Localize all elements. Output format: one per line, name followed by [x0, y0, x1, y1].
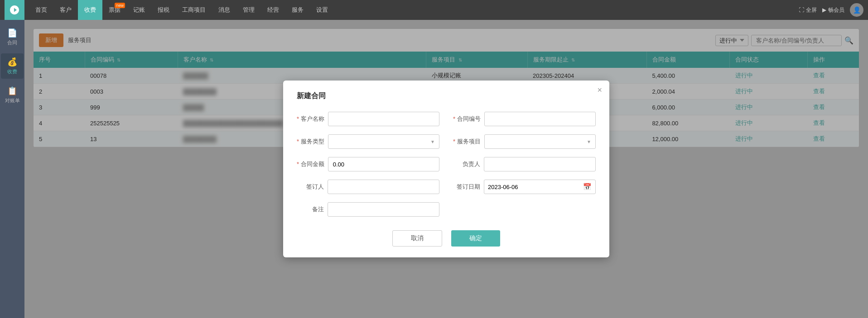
field-signer: 签订人 [297, 180, 439, 194]
form-row-5: 备注 [297, 202, 596, 217]
new-contract-modal: × 新建合同 客户名称 合同编号 服务类型 [283, 81, 609, 257]
form-row-3: 合同金额 负责人 [297, 157, 596, 171]
remark-label: 备注 [297, 205, 324, 214]
modal-overlay: × 新建合同 客户名称 合同编号 服务类型 [24, 20, 868, 318]
contract-amount-label: 合同金额 [297, 160, 324, 168]
contract-no-label: 合同编号 [453, 115, 481, 123]
field-remark: 备注 [297, 202, 439, 217]
service-item-wrapper [484, 134, 596, 149]
nav-billing[interactable]: 收费 [78, 0, 102, 20]
new-badge: new [115, 3, 125, 8]
nav-right-actions: ⛶ 全屏 ▶ 畅会员 👤 [799, 3, 863, 17]
field-service-type: 服务类型 [297, 134, 439, 149]
contract-amount-input[interactable] [328, 157, 439, 171]
sidebar: 📄 合同 💰 收费 📋 对账单 [0, 20, 24, 318]
customer-name-label: 客户名称 [297, 115, 324, 123]
sign-date-wrapper: 📅 [484, 180, 596, 194]
nav-business[interactable]: 工商项目 [176, 0, 212, 20]
nav-tax[interactable]: 报税 [151, 0, 176, 20]
responsible-label: 负责人 [453, 160, 480, 168]
fullscreen-button[interactable]: ⛶ 全屏 [799, 6, 817, 14]
service-type-wrapper [328, 134, 439, 149]
service-item-select[interactable] [484, 134, 596, 149]
customer-name-input[interactable] [328, 112, 439, 126]
service-item-label: 服务项目 [453, 138, 481, 146]
modal-close-button[interactable]: × [597, 86, 602, 94]
contract-icon: 📄 [7, 28, 17, 38]
top-navigation: 首页 客户 收费 票据 new 记账 报税 工商项目 消息 管理 经营 服务 设… [0, 0, 868, 20]
nav-home[interactable]: 首页 [29, 0, 53, 20]
service-type-select[interactable] [328, 134, 439, 149]
form-row-4: 签订人 签订日期 📅 [297, 180, 596, 194]
form-row-2: 服务类型 服务项目 [297, 134, 596, 149]
nav-settings[interactable]: 设置 [310, 0, 334, 20]
field-service-item: 服务项目 [453, 134, 596, 149]
content-area: 新增 服务项目 进行中 已完成 已终止 全部 🔍 序号 [24, 20, 868, 318]
fullscreen-icon: ⛶ [799, 7, 804, 13]
nav-accounting[interactable]: 记账 [127, 0, 151, 20]
sidebar-item-contract[interactable]: 📄 合同 [1, 24, 24, 50]
service-type-label: 服务类型 [297, 138, 324, 146]
field-responsible: 负责人 [453, 157, 596, 171]
calendar-button[interactable]: 📅 [583, 183, 592, 191]
sign-date-input[interactable] [488, 184, 583, 190]
modal-footer: 取消 确定 [297, 230, 596, 247]
signer-input[interactable] [328, 180, 439, 194]
app-logo[interactable] [5, 0, 24, 20]
statement-icon: 📋 [7, 86, 17, 96]
remark-input[interactable] [328, 202, 439, 217]
nav-service[interactable]: 服务 [285, 0, 310, 20]
member-button[interactable]: ▶ 畅会员 [822, 6, 844, 14]
avatar[interactable]: 👤 [850, 3, 863, 17]
main-layout: 📄 合同 💰 收费 📋 对账单 新增 服务项目 进行中 已完成 已终止 [0, 20, 868, 318]
sidebar-item-billing[interactable]: 💰 收费 [1, 53, 24, 79]
sign-date-label: 签订日期 [453, 183, 480, 191]
nav-items: 首页 客户 收费 票据 new 记账 报税 工商项目 消息 管理 经营 服务 设… [29, 0, 799, 20]
field-sign-date: 签订日期 📅 [453, 180, 596, 194]
nav-customer[interactable]: 客户 [53, 0, 78, 20]
field-customer-name: 客户名称 [297, 112, 439, 126]
contract-no-input[interactable] [484, 112, 596, 126]
responsible-input[interactable] [484, 157, 596, 171]
signer-label: 签订人 [297, 183, 324, 191]
nav-message[interactable]: 消息 [212, 0, 236, 20]
play-icon: ▶ [822, 7, 826, 13]
field-contract-amount: 合同金额 [297, 157, 439, 171]
modal-title: 新建合同 [297, 91, 596, 101]
cancel-button[interactable]: 取消 [392, 230, 442, 247]
field-contract-no: 合同编号 [453, 112, 596, 126]
nav-manage[interactable]: 管理 [236, 0, 261, 20]
confirm-button[interactable]: 确定 [451, 230, 500, 247]
form-row-1: 客户名称 合同编号 [297, 112, 596, 126]
nav-invoice[interactable]: 票据 new [102, 0, 127, 20]
nav-operation[interactable]: 经营 [261, 0, 285, 20]
billing-icon: 💰 [7, 57, 17, 67]
sidebar-item-statement[interactable]: 📋 对账单 [1, 82, 24, 108]
